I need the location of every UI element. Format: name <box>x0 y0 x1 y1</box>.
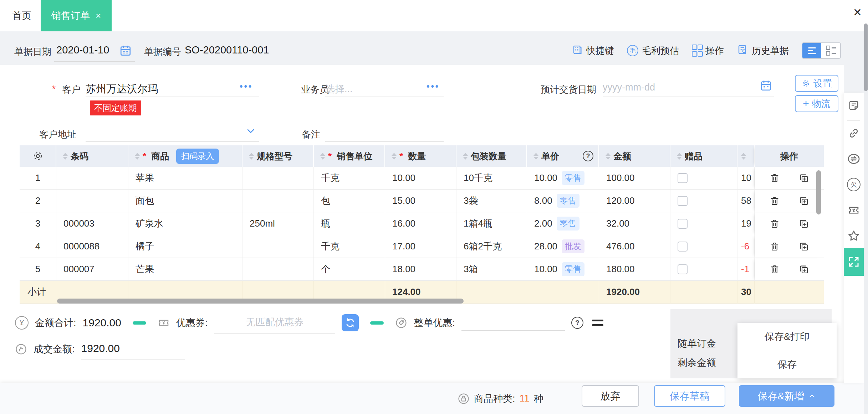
owe-money-icon[interactable]: 欠 <box>844 175 864 195</box>
gift-checkbox[interactable] <box>678 242 688 252</box>
cell-unit[interactable]: 瓶 <box>314 212 385 235</box>
cell-product[interactable]: 芒果 <box>128 258 242 281</box>
page-scrollbar-thumb[interactable] <box>864 24 868 91</box>
logistics-button[interactable]: + 物流 <box>795 95 838 112</box>
sort-icon[interactable] <box>320 153 325 160</box>
cell-unit[interactable]: 千克 <box>314 235 385 258</box>
menu-item-save[interactable]: 保存 <box>777 358 797 371</box>
duplicate-row-icon[interactable] <box>798 196 809 206</box>
cell-amount[interactable]: 180.00 <box>599 258 670 281</box>
calendar-icon[interactable] <box>119 44 132 58</box>
save-draft-button[interactable]: 保存草稿 <box>654 385 725 407</box>
sort-icon[interactable] <box>677 153 682 160</box>
cell-package-qty[interactable]: 6箱2千克 <box>456 235 527 258</box>
price-help-icon[interactable]: ? <box>583 151 593 161</box>
tab-close-icon[interactable]: × <box>96 10 101 21</box>
menu-item-save-print[interactable]: 保存&打印 <box>765 330 810 343</box>
cell-package-qty[interactable]: 3箱 <box>456 258 527 281</box>
cell-amount[interactable]: 100.00 <box>599 167 670 190</box>
calendar-icon[interactable] <box>760 79 772 93</box>
panel-view-toggle[interactable] <box>821 43 840 58</box>
delete-row-icon[interactable] <box>769 218 780 229</box>
actions-button[interactable]: 操作 <box>692 45 724 57</box>
cell-qty[interactable]: 16.00 <box>385 212 456 235</box>
cell-unit[interactable]: 千克 <box>314 167 385 190</box>
cell-spec[interactable] <box>242 235 314 258</box>
gift-checkbox[interactable] <box>678 264 688 274</box>
duplicate-row-icon[interactable] <box>798 264 809 275</box>
shortcut-keys-button[interactable]: 快捷键 <box>572 44 614 57</box>
cell-amount[interactable]: 476.00 <box>599 235 670 258</box>
scan-entry-button[interactable]: 扫码录入 <box>176 149 219 164</box>
duplicate-row-icon[interactable] <box>798 241 809 252</box>
tab-sales-order[interactable]: 销售订单 × <box>41 0 112 31</box>
sort-icon[interactable] <box>249 153 254 160</box>
column-header-unit[interactable]: * 销售单位 <box>314 145 385 167</box>
cell-unit[interactable]: 个 <box>314 258 385 281</box>
window-close-icon[interactable]: × <box>853 5 862 19</box>
settings-button[interactable]: 设置 <box>795 75 838 92</box>
sort-icon[interactable] <box>463 153 468 160</box>
cell-package-qty[interactable]: 1箱4瓶 <box>456 212 527 235</box>
duplicate-row-icon[interactable] <box>798 173 809 183</box>
delete-row-icon[interactable] <box>769 196 780 206</box>
swap-icon[interactable] <box>844 149 864 169</box>
sort-icon[interactable] <box>63 153 68 160</box>
gift-checkbox[interactable] <box>678 219 688 229</box>
remark-underline[interactable] <box>325 141 444 142</box>
column-header-stock-clipped[interactable] <box>737 145 755 167</box>
gift-checkbox[interactable] <box>678 173 688 183</box>
salesman-placeholder[interactable]: 选择... <box>325 83 353 95</box>
delete-row-icon[interactable] <box>769 264 780 275</box>
column-header-amount[interactable]: 金额 <box>599 145 670 167</box>
sort-icon[interactable] <box>606 153 611 160</box>
cell-package-qty[interactable]: 10千克 <box>456 167 527 190</box>
star-favorite-icon[interactable] <box>844 226 864 246</box>
sort-icon[interactable] <box>135 153 140 160</box>
gross-profit-button[interactable]: 毛 毛利预估 <box>627 45 679 57</box>
cell-price[interactable]: 28.00批发 <box>527 235 599 258</box>
cell-product[interactable]: 面包 <box>128 190 242 212</box>
column-header-price[interactable]: 单价 ? <box>527 145 599 167</box>
delete-row-icon[interactable] <box>769 173 780 183</box>
cell-barcode[interactable]: 0000088 <box>56 235 128 258</box>
cell-amount[interactable]: 32.00 <box>599 212 670 235</box>
cell-spec[interactable] <box>242 190 314 212</box>
sort-icon[interactable] <box>741 153 746 160</box>
column-header-barcode[interactable]: 条码 <box>56 145 128 167</box>
column-header-package-qty[interactable]: 包装数量 <box>456 145 527 167</box>
link-icon[interactable] <box>844 123 864 143</box>
column-header-qty[interactable]: * 数量 <box>385 145 456 167</box>
history-orders-button[interactable]: 历史单据 <box>737 44 789 58</box>
chevron-down-icon[interactable] <box>245 125 256 138</box>
coupon-input[interactable]: 无匹配优惠券 <box>214 316 335 334</box>
customer-more-icon[interactable]: ••• <box>240 81 253 91</box>
cell-qty[interactable]: 15.00 <box>385 190 456 212</box>
delete-row-icon[interactable] <box>769 241 780 252</box>
address-underline[interactable] <box>86 141 259 142</box>
cell-price[interactable]: 2.00零售 <box>527 212 599 235</box>
horizontal-scrollbar[interactable] <box>57 299 464 304</box>
cell-qty[interactable]: 17.00 <box>385 235 456 258</box>
cell-qty[interactable]: 18.00 <box>385 258 456 281</box>
cell-product[interactable]: 苹果 <box>128 167 242 190</box>
tab-home[interactable]: 首页 <box>0 0 44 31</box>
sort-icon[interactable] <box>392 153 397 160</box>
salesman-more-icon[interactable]: ••• <box>427 81 440 91</box>
cell-barcode[interactable] <box>56 167 128 190</box>
expand-fullscreen-icon[interactable] <box>844 248 864 276</box>
cell-price[interactable]: 10.00零售 <box>527 258 599 281</box>
column-header-gift[interactable]: 赠品 <box>670 145 737 167</box>
discard-button[interactable]: 放弃 <box>582 385 639 407</box>
save-and-new-button[interactable]: 保存&新增 <box>739 385 834 407</box>
cell-barcode[interactable] <box>56 190 128 212</box>
cell-qty[interactable]: 10.00 <box>385 167 456 190</box>
deal-amount-value[interactable]: 1920.00 <box>81 342 185 359</box>
cell-unit[interactable]: 包 <box>314 190 385 212</box>
duplicate-row-icon[interactable] <box>798 218 809 229</box>
gift-checkbox[interactable] <box>678 196 688 206</box>
cell-price[interactable]: 10.00零售 <box>527 167 599 190</box>
note-document-icon[interactable] <box>844 95 864 115</box>
cell-package-qty[interactable]: 3袋 <box>456 190 527 212</box>
sort-icon[interactable] <box>533 153 538 160</box>
